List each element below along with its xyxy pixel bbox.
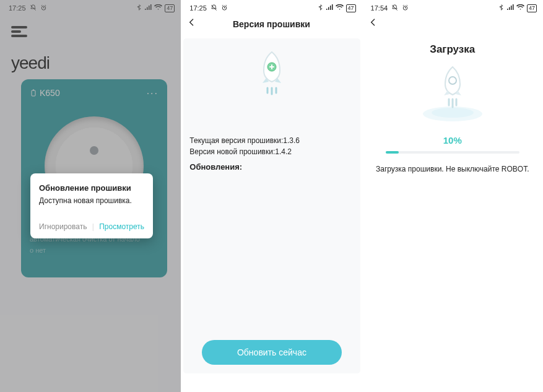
dnd-icon (391, 4, 398, 12)
signal-icon (326, 4, 333, 12)
page-title: Версия прошивки (233, 19, 310, 29)
svg-point-7 (432, 108, 474, 118)
phone-firmware-version: 17:25 47 Версия прошивки (181, 0, 362, 392)
svg-rect-1 (32, 90, 35, 96)
new-version: Версия новой прошивки:1.4.2 (189, 146, 354, 157)
chevron-left-icon (368, 17, 378, 27)
battery-icon: 47 (165, 4, 175, 12)
signal-icon (506, 4, 514, 12)
progress-message: Загрузка прошивки. Не выключайте ROBOT. (362, 165, 543, 173)
phone-yeedi-home: 17:25 47 yeedi K650 ··· (0, 0, 181, 392)
dialog-message: Доступна новая прошивка. (39, 196, 144, 205)
alarm-icon (402, 4, 409, 12)
device-name-text: K650 (40, 88, 60, 98)
header (362, 14, 543, 35)
alarm-icon (221, 4, 228, 12)
status-bar: 17:25 47 (0, 0, 181, 14)
update-now-button[interactable]: Обновить сейчас (202, 340, 342, 365)
wifi-icon (516, 4, 524, 12)
status-bar: 17:54 47 (362, 0, 543, 14)
svg-rect-2 (33, 90, 34, 91)
firmware-update-dialog: Обновление прошивки Доступна новая проши… (30, 173, 153, 238)
card-subtext-2: о нет (30, 246, 46, 254)
back-button[interactable] (368, 17, 378, 30)
rocket-icon (254, 50, 289, 100)
wifi-icon (336, 4, 344, 12)
back-button[interactable] (187, 17, 197, 30)
bluetooth-icon (136, 4, 142, 12)
wifi-icon (154, 4, 162, 12)
chevron-left-icon (187, 17, 197, 27)
header: Версия прошивки (181, 14, 362, 35)
battery-small-icon (30, 89, 37, 97)
page-title: Загрузка (362, 43, 543, 56)
divider: | (92, 222, 94, 231)
battery-icon: 47 (346, 4, 356, 12)
brand-logo: yeedi (11, 53, 50, 73)
phone-download-progress: 17:54 47 Загрузка 10% Загрузка прошивки (362, 0, 543, 392)
ignore-button[interactable]: Игнорировать (39, 222, 87, 231)
alarm-icon (40, 4, 47, 12)
status-bar: 17:25 47 (181, 0, 362, 14)
current-version: Текущая версия прошивки:1.3.6 (189, 135, 354, 146)
dialog-title: Обновление прошивки (39, 183, 144, 193)
updates-heading: Обновления: (189, 161, 354, 173)
content-panel: Текущая версия прошивки:1.3.6 Версия нов… (183, 38, 360, 373)
bluetooth-icon (318, 4, 323, 12)
progress-percent: 10% (362, 135, 543, 146)
rocket-icon (419, 63, 487, 128)
dnd-icon (30, 4, 37, 12)
status-time: 17:25 (9, 4, 26, 12)
svg-point-8 (449, 77, 456, 84)
view-button[interactable]: Просмотреть (99, 222, 144, 231)
device-name: K650 (30, 88, 60, 98)
status-time: 17:54 (371, 4, 388, 12)
bluetooth-icon (498, 4, 504, 12)
status-time: 17:25 (189, 4, 207, 12)
dnd-icon (211, 4, 217, 12)
progress-bar (386, 151, 519, 154)
signal-icon (144, 4, 152, 12)
version-info: Текущая версия прошивки:1.3.6 Версия нов… (189, 135, 354, 173)
more-button[interactable]: ··· (147, 88, 159, 99)
battery-icon: 47 (527, 4, 537, 12)
progress-fill (386, 151, 399, 154)
menu-button[interactable] (11, 26, 27, 37)
